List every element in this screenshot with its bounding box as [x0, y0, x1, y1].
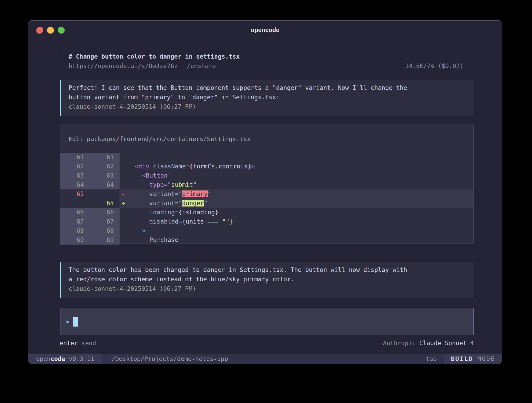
line-number-old: 66 — [60, 208, 90, 217]
line-number-old: 62 — [60, 162, 90, 171]
send-hint: enter send — [60, 339, 96, 347]
enter-key-hint: enter — [60, 340, 78, 347]
line-number-new — [90, 189, 120, 199]
mode-toggle[interactable]: BUILD MODE — [444, 354, 502, 364]
diff-marker — [120, 180, 127, 189]
diff-marker — [120, 235, 127, 245]
line-number-old: 61 — [60, 153, 90, 162]
line-number-new: 61 — [90, 153, 120, 162]
session-header: # Change button color to danger in setti… — [60, 51, 475, 72]
session-title: # Change button color to danger in setti… — [69, 52, 463, 61]
line-number-old: 65 — [60, 189, 90, 199]
diff-row: 6363 <Button — [60, 171, 473, 180]
app-version — [65, 355, 69, 362]
line-number-old: 68 — [60, 226, 90, 235]
line-number-old: 67 — [60, 217, 90, 226]
code-line: variant="primary" — [127, 189, 473, 199]
line-number-new: 65 — [90, 199, 120, 208]
line-number-old: 69 — [60, 235, 90, 245]
opencode-terminal-window: opencode # Change button color to danger… — [28, 20, 502, 364]
app-name-open: open — [36, 355, 50, 362]
message-model-timestamp: claude-sonnet-4-20250514 (06:27 PM) — [69, 102, 468, 111]
status-bar: opencode v0.3.11 ~/Desktop/Projects/demo… — [28, 354, 502, 364]
line-number-old: 64 — [60, 180, 90, 189]
diff-rows: 61616262 <div className={formCs.controls… — [60, 153, 473, 245]
line-number-new: 66 — [90, 208, 120, 217]
message-text: Perfect! I can see that the Button compo… — [69, 83, 468, 92]
line-number-old: 63 — [60, 171, 90, 180]
code-line — [127, 153, 473, 162]
diff-marker — [120, 208, 127, 217]
code-line: > — [127, 226, 473, 235]
provider-label: Anthropic — [383, 340, 416, 347]
model-indicator: Anthropic Claude Sonnet 4 — [383, 339, 474, 347]
diff-marker: + — [120, 199, 127, 208]
assistant-message: The button color has been changed to dan… — [60, 262, 474, 298]
app-name-code: code — [50, 355, 65, 362]
diff-row: 6767 disabled={units === ""} — [60, 217, 473, 226]
message-model-timestamp: claude-sonnet-4-20250514 (06:27 PM) — [69, 284, 468, 293]
mode-suffix: MODE — [473, 355, 495, 362]
edit-tool-panel: Edit packages/frontend/src/containers/Se… — [60, 125, 474, 244]
diff-row: 6262 <div className={formCs.controls}> — [60, 162, 473, 171]
edit-tool-title: Edit packages/frontend/src/containers/Se… — [69, 136, 250, 142]
line-number-new: 69 — [90, 235, 120, 245]
prompt-input[interactable]: > — [60, 308, 474, 335]
diff-marker — [120, 153, 127, 162]
assistant-message: Perfect! I can see that the Button compo… — [60, 80, 474, 116]
message-text: button variant from "primary" to "danger… — [69, 92, 468, 102]
diff-marker — [120, 162, 127, 171]
window-titlebar: opencode — [28, 21, 502, 39]
message-text: The button color has been changed to dan… — [69, 265, 468, 275]
prompt-chevron-icon: > — [65, 317, 69, 327]
app-version-badge: opencode v0.3.11 — [28, 354, 102, 364]
model-label: Claude Sonnet 4 — [419, 340, 474, 347]
unshare-command[interactable]: /unshare — [187, 61, 216, 71]
mode-name: BUILD — [451, 355, 473, 362]
line-number-new: 64 — [90, 180, 120, 189]
line-number-new: 68 — [90, 226, 120, 235]
diff-marker: - — [120, 189, 127, 199]
line-number-new: 62 — [90, 162, 120, 171]
diff-row: 6464 type="submit" — [60, 180, 473, 189]
diff-row: 6666 loading={isLoading} — [60, 208, 473, 217]
app-version-number: v0.3.11 — [69, 355, 94, 362]
message-text: a red/rose color scheme instead of the b… — [69, 275, 468, 284]
diff-marker — [120, 171, 127, 180]
line-number-new: 67 — [90, 217, 120, 226]
code-line: type="submit" — [127, 180, 473, 189]
code-line: loading={isLoading} — [127, 208, 473, 217]
diff-row: 6969 Purchase — [60, 235, 473, 245]
code-line: Purchase — [127, 235, 473, 245]
line-number-old — [60, 199, 90, 208]
diff-marker — [120, 217, 127, 226]
working-directory: ~/Desktop/Projects/demo-notes-app — [108, 355, 228, 362]
window-title: opencode — [28, 21, 502, 39]
line-number-new: 63 — [90, 171, 120, 180]
code-line: variant="danger" — [127, 199, 473, 208]
diff-row: 65+ variant="danger" — [60, 199, 473, 208]
diff-row: 6868 > — [60, 226, 473, 235]
text-cursor — [73, 317, 78, 327]
diff-row: 65- variant="primary" — [60, 189, 473, 199]
share-url-link[interactable]: https://opencode.ai/s/UwJxv76z — [69, 61, 178, 71]
code-line: disabled={units === ""} — [127, 217, 473, 226]
code-line: <Button — [127, 171, 473, 180]
diff-row: 6161 — [60, 153, 473, 162]
diff-marker — [120, 226, 127, 235]
hints-row: enter send Anthropic Claude Sonnet 4 — [60, 339, 474, 347]
code-line: <div className={formCs.controls}> — [127, 162, 473, 171]
tab-key-hint: tab — [426, 355, 437, 362]
token-usage-stats: 14.6K/7% ($0.07) — [405, 61, 463, 71]
send-label: send — [81, 340, 96, 347]
